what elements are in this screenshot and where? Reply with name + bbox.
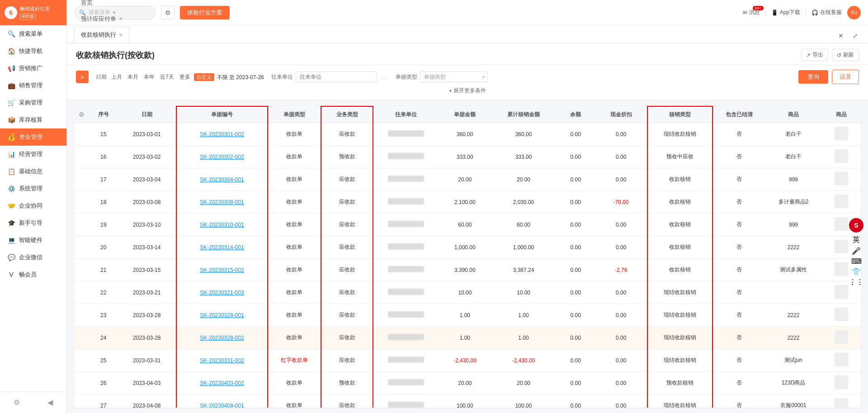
topbar-messages[interactable]: ✉ 消息 99+ [743,9,760,16]
table-row[interactable]: 182023-03-08SK-20230308-001收款单应收款2,100.0… [74,191,861,214]
table-row[interactable]: 232023-03-28SK-20230328-001收款单应收款1.001.0… [74,304,861,327]
sidebar-item-member[interactable]: V畅会员 [0,266,66,283]
table-row[interactable]: 172023-03-04SK-20230304-001收款单应收款20.0020… [74,168,861,191]
doc-no-link[interactable]: SK-20230408-001 [200,403,244,408]
row-settings[interactable] [74,372,89,394]
row-sn: 25 [89,349,118,372]
doctype-select[interactable]: 单据类型 [420,71,488,82]
setting-button[interactable]: 设置 [832,70,859,84]
counterparty-dots-icon[interactable]: ... [380,73,388,81]
sidebar-item-wechat[interactable]: 💬企业微信 [0,249,66,266]
sidebar-item-marketing[interactable]: 📢营销推广 [0,60,66,77]
date-btn-more[interactable]: 更多 [178,72,192,82]
doc-no-link[interactable]: SK-20230328-001 [200,312,244,318]
sidebar-settings-btn[interactable]: ⚙ [11,395,23,409]
sidebar-item-finance[interactable]: 💰资金管理 [0,128,66,146]
table-row[interactable]: 262023-04-03SK-20230403-002收款单预收款20.0020… [74,372,861,394]
doc-no-link[interactable]: SK-20230304-001 [200,176,244,183]
row-settings[interactable] [74,304,89,327]
row-settings[interactable] [74,259,89,281]
tab-close-prepay[interactable]: ✕ [119,16,123,21]
date-btn-this-year[interactable]: 本年 [142,72,156,82]
sidebar-item-quick[interactable]: 🏠快捷导航 [0,43,66,60]
date-btn-7days[interactable]: 近7天 [158,72,176,82]
sogou-icon[interactable]: S [849,218,863,233]
row-settings[interactable] [74,281,89,304]
row-settings[interactable] [74,146,89,168]
column-settings[interactable]: ⚙ [74,106,89,123]
filter-expand-button[interactable]: 展开更多条件 [449,87,486,95]
sidebar-item-operation[interactable]: 📊经营管理 [0,146,66,163]
sidebar-item-purchase[interactable]: 🛒采购管理 [0,94,66,111]
shirt-icon[interactable]: 👕 [852,267,861,276]
sidebar-item-system[interactable]: ⚙️系统管理 [0,180,66,197]
floating-toolbar: S 英 🎤 ⌨ 👕 ⋮⋮ [849,218,863,286]
topbar-service[interactable]: 🎧 在线客服 [811,9,842,16]
row-settings[interactable] [74,236,89,259]
sidebar-item-hardware[interactable]: 💻智能硬件 [0,232,66,249]
column-settings-btn[interactable]: ⚙ [79,111,85,118]
doc-no-link[interactable]: SK-20230328-002 [200,335,244,341]
topbar-app-download[interactable]: 📱 App下载 [771,9,800,16]
tab-expand-btn[interactable]: ⤢ [850,30,861,41]
row-cancel-type: 现结收款核销 [647,281,712,304]
tab-prepay[interactable]: 预计应应付单✕ [74,10,129,27]
row-settings[interactable] [74,349,89,372]
mic-icon[interactable]: 🎤 [852,247,861,255]
doc-no-link[interactable]: SK-20230315-002 [200,267,244,273]
doc-no-link[interactable]: SK-20230302-002 [200,154,244,160]
doc-no-link[interactable]: SK-20230314-001 [200,244,244,251]
table-row[interactable]: 162023-03-02SK-20230302-002收款单预收款333.003… [74,146,861,168]
table-row[interactable]: 152023-03-01SK-20230301-002收款单应收款360.003… [74,123,861,146]
doc-no-link[interactable]: SK-20230403-002 [200,380,244,386]
sidebar-item-corp[interactable]: 🤝企业协同 [0,197,66,214]
table-row[interactable]: 212023-03-15SK-20230315-002收款单应收款3,390.0… [74,259,861,281]
doc-no-link[interactable]: SK-20230308-001 [200,199,244,205]
tab-home[interactable]: 首页 [74,0,129,10]
row-settings[interactable] [74,214,89,236]
sidebar-item-inventory[interactable]: 📦库存核算 [0,111,66,128]
table-row[interactable]: 272023-04-08SK-20230408-001收款单应收款100.001… [74,394,861,408]
solution-button[interactable]: 体验行业方案 [180,6,230,19]
table-row[interactable]: 192023-03-10SK-20230310-001收款单应收款60.0060… [74,214,861,236]
table-row[interactable]: 242023-03-28SK-20230328-002收款单应收款1.001.0… [74,327,861,349]
doc-no-link[interactable]: SK-20230321-003 [200,290,244,296]
row-balance: 0.00 [556,304,595,327]
sidebar-item-sales[interactable]: 💼销售管理 [0,77,66,94]
doc-no-link[interactable]: SK-20230310-001 [200,222,244,228]
query-button[interactable]: 查询 [798,70,828,84]
date-custom-button[interactable]: 自定义 [194,73,214,81]
filter-toggle-button[interactable]: » [76,71,89,83]
logo-text-block: 畅销道好生意 标推版 [20,5,50,20]
keyboard-icon[interactable]: ⌨ [851,257,862,266]
grid-icon[interactable]: ⋮⋮ [849,278,863,286]
table-row[interactable]: 252023-03-31SK-20230331-002红字收款单应收款-2,43… [74,349,861,372]
doc-no-link[interactable]: SK-20230331-002 [200,357,244,364]
row-settings[interactable] [74,168,89,191]
sidebar-collapse-btn[interactable]: ◀ [45,395,56,409]
table-row[interactable]: 202023-03-14SK-20230314-001收款单应收款1,000.0… [74,236,861,259]
row-settings[interactable] [74,123,89,146]
date-btn-last-month[interactable]: 上月 [109,72,124,82]
sidebar-item-label: 企业微信 [19,253,42,261]
table-row[interactable]: 222023-03-21SK-20230321-003收款单应收款10.0010… [74,281,861,304]
date-btn-this-month[interactable]: 本月 [126,72,140,82]
sidebar-item-guide[interactable]: 🎓新手引导 [0,214,66,232]
sidebar-item-basic[interactable]: 📋基础信息 [0,163,66,180]
row-settings[interactable] [74,394,89,408]
sidebar-item-search[interactable]: 🔍搜索菜单 [0,25,66,43]
tab-close-btn[interactable]: ✕ [835,30,846,41]
doc-no-link[interactable]: SK-20230301-002 [200,131,244,138]
row-settings[interactable] [74,191,89,214]
tab-receipts[interactable]: 收款核销执行✕ [74,27,129,43]
english-icon[interactable]: 英 [853,235,860,245]
export-button[interactable]: ↗ 导出 [801,49,828,61]
row-settings[interactable] [74,327,89,349]
refresh-button[interactable]: ↺ 刷新 [832,49,859,61]
filter-row: » 日期 上月 本月 本年 近7天 更多 自定义 不限 至 2023-07-26 [76,70,859,84]
counterparty-input[interactable] [296,71,377,82]
tab-close-receipts[interactable]: ✕ [119,33,123,38]
user-avatar[interactable]: Rit [847,6,861,19]
logo-icon: 6 [5,6,17,19]
topbar-gear-btn[interactable]: ⚙ [161,6,175,19]
